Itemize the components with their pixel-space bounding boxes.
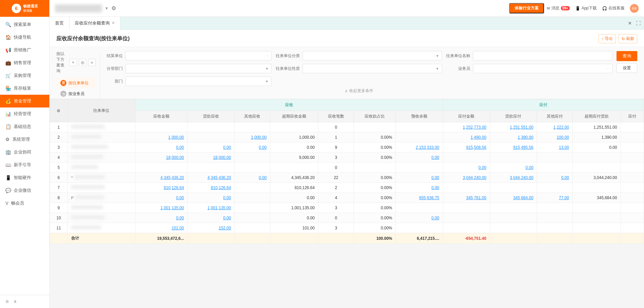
member-icon: V xyxy=(5,201,8,206)
page-actions: ↑ 导出 ↻ 刷新 xyxy=(598,34,637,43)
settlement-unit-input[interactable]: ··· xyxy=(125,51,272,60)
row-ar-prepay: 2,153,333.00 xyxy=(396,142,443,152)
filter-target-btn[interactable]: ◎ xyxy=(79,59,86,66)
row-unit xyxy=(67,213,135,223)
row-ar-count: 0 xyxy=(318,213,354,223)
page-title: 应收应付余额查询(按往来单位) xyxy=(56,35,130,42)
row-ar-count: 0 xyxy=(318,122,354,132)
tab-close-window-icon[interactable]: ✕ xyxy=(627,20,633,27)
sidebar-item-inventory[interactable]: 🏪 库存核算 xyxy=(0,82,49,95)
header-settings-icon[interactable]: ⚙ xyxy=(111,5,116,11)
row-ar-ratio: 0.00% xyxy=(354,213,396,223)
row-ar-count: 0 xyxy=(318,163,354,173)
dept-label: 部门 xyxy=(105,79,125,84)
row-ar-ratio: 0.00% xyxy=(354,132,396,142)
collapse-more-btn[interactable]: ∧ 收起更多条件 xyxy=(345,88,373,94)
query-by-unit[interactable]: 货 按往来单位 xyxy=(56,78,96,88)
sidebar-item-capital[interactable]: 💰 资金管理 xyxy=(0,95,49,107)
sidebar-item-operations[interactable]: 📊 经营管理 xyxy=(0,107,49,120)
row-unit xyxy=(67,132,135,142)
sidebar-item-system[interactable]: ⚙ 系统管理 xyxy=(0,133,49,146)
settlement-unit-dots: ··· xyxy=(265,53,269,58)
user-avatar[interactable]: Rit xyxy=(630,4,639,13)
wechat-icon: 💬 xyxy=(5,188,11,193)
settings-button[interactable]: 设置 xyxy=(616,63,637,73)
row-ap-other: 77.00 xyxy=(537,193,573,203)
row-ar-amount: 18,000.00 xyxy=(135,152,187,163)
promo-button[interactable]: 体验行业方案 xyxy=(509,3,544,13)
query-by-salesman[interactable]: ◷ 按业务员 xyxy=(56,89,96,99)
tab-close-icon[interactable]: ✕ xyxy=(112,21,115,25)
row-no: 1 xyxy=(50,122,68,132)
sidebar-item-enterprise[interactable]: 🏢 企业协同 xyxy=(0,146,49,159)
export-label: 导出 xyxy=(605,36,613,42)
app-download-action[interactable]: 📱 App下载 xyxy=(575,5,597,11)
filter-collapse-btn[interactable]: « xyxy=(88,59,96,66)
branch-dept-input[interactable]: ▼ xyxy=(125,64,272,73)
footer-ap-loan xyxy=(490,233,537,244)
row-unit xyxy=(67,152,135,163)
row-ar-prepay xyxy=(396,223,443,233)
tab-fullscreen-icon[interactable]: ⛶ xyxy=(635,20,641,27)
unit-nature-input[interactable]: ▼ xyxy=(303,64,442,73)
by-unit-label: 按往来单位 xyxy=(68,80,89,86)
row-ap-amount: 915,508.56 xyxy=(443,142,490,152)
refresh-button[interactable]: ↻ 刷新 xyxy=(619,34,637,43)
row-ar-other xyxy=(234,193,270,203)
export-icon: ↑ xyxy=(601,37,603,41)
sidebar-item-wechat[interactable]: 💬 企业微信 xyxy=(0,184,49,197)
row-ar-ratio: 0.00% xyxy=(354,223,396,233)
table-row: 1 0 1,252,773.00 1,251,551.00 1,222.00 1… xyxy=(50,122,644,132)
tab-arbalance[interactable]: 应收应付余额查询 ✕ xyxy=(69,17,120,30)
sidebar-item-purchase[interactable]: 🛒 采购管理 xyxy=(0,69,49,82)
tab-home[interactable]: 首页 xyxy=(50,17,69,30)
logo-name: 畅捷通里 xyxy=(23,4,38,8)
row-no: 3 xyxy=(50,142,68,152)
collapse-sidebar-icon[interactable]: ⏸ xyxy=(13,299,17,304)
row-ap-loan: 1,251,551.00 xyxy=(490,122,537,132)
query-button[interactable]: 查询 xyxy=(616,51,637,61)
row-ar-amount: 0.00 xyxy=(135,213,187,223)
settings-bottom-icon[interactable]: ⚙ xyxy=(5,299,9,304)
row-ar-loan xyxy=(187,163,234,173)
filter-add-btn[interactable]: + xyxy=(69,59,77,66)
row-no: 8 xyxy=(50,193,68,203)
row-ar-ratio: 0.00% xyxy=(354,183,396,193)
row-ar-prepay: 0.00 xyxy=(396,173,443,183)
dept-input[interactable]: ▼ xyxy=(125,77,271,86)
export-button[interactable]: ↑ 导出 xyxy=(598,34,616,43)
sidebar-item-quick-nav[interactable]: 🏠 快捷导航 xyxy=(0,31,49,44)
row-ar-count: 2 xyxy=(318,183,354,193)
row-ar-prepay: 0.00 xyxy=(396,152,443,163)
by-unit-icon: 货 xyxy=(60,80,66,86)
basic-info-icon: 📋 xyxy=(5,124,11,129)
message-action[interactable]: ✉ 消息 99+ xyxy=(547,5,570,11)
row-ap-extra xyxy=(621,122,644,132)
unit-name-input[interactable] xyxy=(473,51,612,60)
branch-dept-arrow: ▼ xyxy=(265,67,269,71)
ar-overdue-header: 超期应收金额 xyxy=(270,111,318,122)
row-ar-count: 1 xyxy=(318,132,354,142)
dept-arrow: ▼ xyxy=(265,80,269,83)
unit-category-input[interactable]: ▼ xyxy=(303,51,442,60)
sidebar-item-search-menu[interactable]: 🔍 搜索菜单 xyxy=(0,18,49,31)
sidebar-item-sales[interactable]: 💼 销售管理 xyxy=(0,56,49,69)
row-ap-overdue xyxy=(573,213,621,223)
sidebar-item-member[interactable]: V 畅会员 xyxy=(0,197,49,210)
row-no: 11 xyxy=(50,223,68,233)
salesman-input[interactable]: ··· xyxy=(473,64,612,73)
header-dropdown-icon[interactable]: ▼ xyxy=(105,6,109,11)
purchase-icon: 🛒 xyxy=(5,73,11,78)
sidebar-item-guide[interactable]: 📖 新手引导 xyxy=(0,159,49,171)
footer-ap-extra xyxy=(621,233,644,244)
settings-col-header[interactable]: ⚙ xyxy=(50,99,68,122)
sidebar-item-smart-hardware[interactable]: 📱 智能硬件 xyxy=(0,171,49,184)
sidebar-item-basic-info[interactable]: 📋 基础信息 xyxy=(0,120,49,133)
row-unit xyxy=(67,183,135,193)
row-ap-loan xyxy=(490,152,537,163)
sidebar-item-marketing[interactable]: 📢 营销推广 xyxy=(0,44,49,56)
table-row: 11 152.00 152.00 101.00 3 0.00% xyxy=(50,223,644,233)
online-service-action[interactable]: 🎧 在线客服 xyxy=(602,5,625,11)
ap-loan-header: 贷款应付 xyxy=(490,111,537,122)
row-ar-other xyxy=(234,163,270,173)
